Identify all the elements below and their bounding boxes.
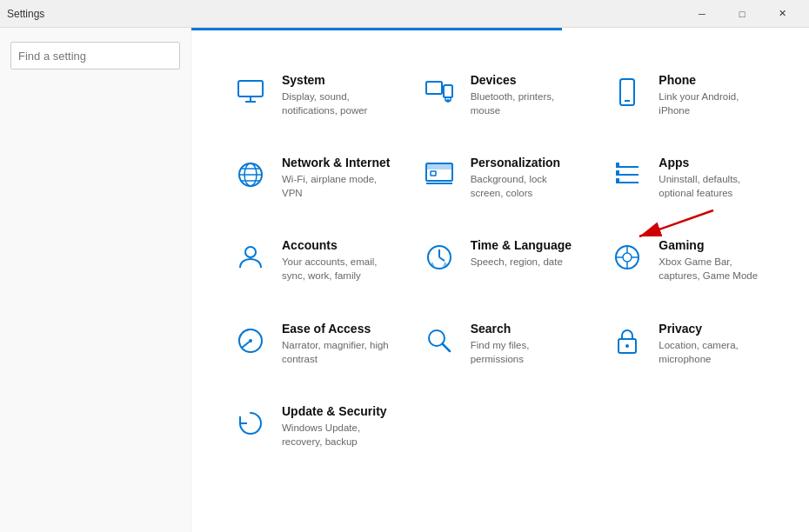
settings-item-accounts[interactable]: Accounts Your accounts, email, sync, wor… — [217, 219, 406, 302]
accounts-icon — [231, 238, 270, 276]
search-input[interactable] — [10, 42, 180, 70]
ease-icon — [231, 322, 270, 360]
sidebar — [0, 28, 191, 532]
settings-item-title: Apps — [659, 156, 769, 170]
svg-rect-17 — [431, 171, 436, 176]
network-icon — [231, 156, 270, 194]
maximize-button[interactable]: □ — [722, 0, 762, 28]
settings-item-apps[interactable]: Apps Uninstall, defaults, optional featu… — [594, 136, 783, 219]
settings-item-desc: Bluetooth, printers, mouse — [471, 90, 581, 117]
settings-item-title: Ease of Access — [282, 322, 392, 336]
settings-item-title: Gaming — [659, 238, 769, 252]
personalization-icon — [420, 156, 458, 194]
svg-rect-23 — [616, 178, 619, 182]
window-controls: ─ □ ✕ — [682, 0, 802, 28]
devices-icon — [420, 73, 458, 111]
close-button[interactable]: ✕ — [762, 0, 802, 28]
settings-item-personalization[interactable]: Personalization Background, lock screen,… — [406, 136, 595, 219]
settings-item-title: Personalization — [471, 156, 581, 170]
progress-bar — [191, 28, 562, 30]
svg-text:A: A — [431, 262, 434, 267]
privacy-icon — [608, 322, 646, 360]
settings-item-privacy[interactable]: Privacy Location, camera, microphone — [594, 303, 783, 385]
settings-item-phone[interactable]: Phone Link your Android, iPhone — [594, 54, 783, 136]
system-icon — [231, 73, 270, 111]
settings-item-desc: Location, camera, microphone — [659, 338, 769, 366]
svg-rect-4 — [444, 85, 452, 97]
svg-rect-21 — [616, 170, 619, 174]
svg-rect-19 — [616, 163, 619, 166]
search-icon — [420, 322, 458, 360]
svg-line-38 — [242, 341, 251, 348]
settings-item-title: Accounts — [282, 238, 392, 252]
settings-item-network[interactable]: Network & Internet Wi-Fi, airplane mode,… — [217, 136, 406, 219]
settings-item-title: Search — [471, 322, 581, 336]
progress-bar-container — [191, 28, 809, 30]
settings-item-title: System — [282, 73, 392, 87]
svg-text:あ: あ — [443, 262, 448, 268]
settings-item-desc: Your accounts, email, sync, work, family — [282, 255, 392, 283]
time-icon: A あ — [420, 238, 458, 276]
settings-item-title: Devices — [471, 73, 581, 87]
minimize-button[interactable]: ─ — [682, 0, 722, 28]
settings-item-desc: Narrator, magnifier, high contrast — [282, 338, 392, 366]
settings-item-devices[interactable]: Devices Bluetooth, printers, mouse — [406, 54, 595, 136]
settings-item-title: Update & Security — [282, 404, 392, 418]
svg-point-42 — [625, 344, 629, 348]
sidebar-search-container — [0, 35, 191, 73]
settings-item-desc: Windows Update, recovery, backup — [282, 421, 392, 449]
app-title: Settings — [7, 8, 44, 20]
apps-icon — [608, 156, 646, 194]
svg-rect-0 — [238, 81, 263, 96]
settings-item-desc: Wi-Fi, airplane mode, VPN — [282, 172, 392, 200]
settings-item-desc: Display, sound, notifications, power — [282, 90, 392, 117]
phone-icon — [608, 73, 646, 111]
settings-item-desc: Find my files, permissions — [471, 338, 581, 366]
settings-item-search[interactable]: Search Find my files, permissions — [406, 303, 595, 385]
settings-item-desc: Speech, region, date — [471, 255, 581, 269]
settings-content: System Display, sound, notifications, po… — [191, 28, 809, 532]
settings-item-time[interactable]: A あ Time & Language Speech, region, date — [406, 219, 595, 302]
settings-item-title: Phone — [659, 73, 769, 87]
svg-point-31 — [623, 253, 632, 262]
settings-item-title: Network & Internet — [282, 156, 392, 170]
settings-grid: System Display, sound, notifications, po… — [217, 54, 783, 468]
settings-item-desc: Xbox Game Bar, captures, Game Mode — [659, 255, 769, 283]
svg-rect-3 — [426, 82, 442, 94]
settings-item-gaming[interactable]: Gaming Xbox Game Bar, captures, Game Mod… — [594, 219, 783, 302]
update-icon — [231, 404, 270, 442]
settings-item-desc: Link your Android, iPhone — [659, 90, 769, 117]
main-container: System Display, sound, notifications, po… — [0, 28, 809, 532]
settings-item-title: Time & Language — [471, 238, 581, 252]
gaming-icon — [608, 238, 646, 276]
settings-item-title: Privacy — [659, 322, 769, 336]
svg-line-40 — [442, 343, 450, 351]
settings-item-desc: Uninstall, defaults, optional features — [659, 172, 769, 200]
settings-item-desc: Background, lock screen, colors — [471, 172, 581, 200]
titlebar: Settings ─ □ ✕ — [0, 0, 809, 28]
settings-item-update[interactable]: Update & Security Windows Update, recove… — [217, 385, 406, 468]
svg-line-27 — [439, 257, 445, 261]
settings-item-system[interactable]: System Display, sound, notifications, po… — [217, 54, 406, 136]
settings-item-ease[interactable]: Ease of Access Narrator, magnifier, high… — [217, 303, 406, 385]
svg-point-24 — [245, 247, 256, 257]
svg-rect-15 — [426, 163, 452, 170]
